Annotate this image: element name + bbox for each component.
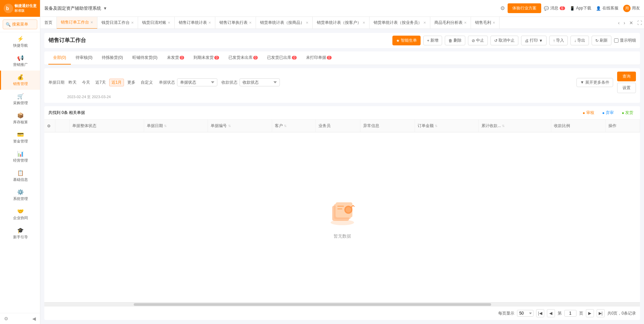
horizontal-scrollbar[interactable] [44, 302, 640, 306]
col-header-order-amount[interactable]: 订单金额 ⇅ [415, 120, 478, 132]
settings-bottom-icon[interactable]: ⚙ [4, 316, 8, 321]
tab-close-sales-order-stats[interactable]: ✕ [208, 21, 211, 25]
topbar-gear-icon[interactable]: ⚙ [500, 5, 505, 11]
sidebar-item-operations[interactable]: 📊经营管理 [0, 147, 40, 166]
industry-solution-button[interactable]: 体验行业方案 [508, 3, 541, 13]
sub-tab-pending-review[interactable]: 待审核(0) [71, 51, 97, 65]
date-opt-近1月[interactable]: 近1月 [109, 79, 124, 86]
refresh-button[interactable]: ↻ 刷新 [592, 36, 611, 45]
first-page-button[interactable]: |◀ [536, 309, 544, 317]
tab-close-sales-stats-customer[interactable]: ✕ [362, 21, 365, 25]
tab-close-sales-stats-product[interactable]: ✕ [306, 21, 308, 25]
show-detail-checkbox-label[interactable]: 显示明细 [614, 38, 636, 43]
page-number-input[interactable] [564, 310, 576, 317]
sidebar-item-quick-nav[interactable]: ⚡快捷导航 [0, 32, 40, 51]
col-header-accumulated-receipt[interactable]: 累计收款... ⇅ [479, 120, 551, 132]
tab-close-sales-order-workspace[interactable]: ✕ [90, 21, 93, 24]
query-button[interactable]: 查询 [617, 72, 636, 81]
sidebar-item-inventory[interactable]: 📦库存核算 [0, 109, 40, 128]
tab-close-sales-gross[interactable]: ✕ [492, 21, 495, 25]
tab-sales-order-workspace[interactable]: 销售订单工作台✕ [57, 17, 97, 29]
tab-home[interactable]: 首页 [40, 17, 57, 29]
set-button[interactable]: 设置 [617, 83, 636, 93]
tab-close-sales-stats-salesperson[interactable]: ✕ [423, 21, 426, 25]
tab-close-daily-cash[interactable]: ✕ [131, 21, 134, 25]
col-label-customer: 客户 [275, 123, 283, 128]
sidebar-item-basic-info[interactable]: 📋基础信息 [0, 166, 40, 186]
tab-label-sales-gross: 销售毛利 [475, 20, 491, 26]
svg-point-7 [346, 207, 351, 212]
sidebar-item-system[interactable]: ⚙️系统管理 [0, 186, 40, 205]
sub-tab-shipped-not-out[interactable]: 已发货未出库0 [224, 51, 263, 65]
sidebar-item-cooperation[interactable]: 🤝企业协同 [0, 205, 40, 224]
show-detail-checkbox[interactable] [614, 38, 618, 43]
tabs-close-all-button[interactable]: ✕ [627, 17, 635, 29]
revoke-button[interactable]: ● 弃审 [600, 109, 616, 117]
smart-generate-button[interactable]: ★ 智能生单 [392, 36, 421, 45]
export-button[interactable]: ↓ 导出 [570, 36, 589, 45]
date-opt-今天[interactable]: 今天 [80, 79, 92, 86]
status-select[interactable]: 单据状态 [177, 78, 217, 86]
tab-cash-goods[interactable]: 钱货日清对账✕ [138, 17, 175, 29]
sub-tab-overdue-not-shipped[interactable]: 到期未发货0 [189, 51, 224, 65]
tab-close-sales-order-exec[interactable]: ✕ [249, 21, 252, 25]
prev-page-button[interactable]: ◀ [547, 309, 555, 317]
sub-tab-pending-inspect[interactable]: 待拣验货(0) [97, 51, 128, 65]
sub-tab-not-printed[interactable]: 未打印单据0 [301, 51, 336, 65]
sub-tab-shipped-out[interactable]: 已发货已出库0 [262, 51, 301, 65]
col-header-customer[interactable]: 客户 ⇅ [272, 120, 316, 132]
sub-tab-label-wangpu-pending: 旺铺待发货 [132, 55, 153, 60]
sub-tab-not-shipped[interactable]: 未发货0 [162, 51, 189, 65]
search-menu-button[interactable]: 🔍 搜索菜单 [3, 19, 37, 29]
tab-sales-stats-product[interactable]: 销货单统计表（按商品）✕ [256, 17, 313, 29]
sidebar-item-sales[interactable]: 💰销售管理 [0, 71, 40, 90]
sidebar-item-marketing[interactable]: 📢营销推广 [0, 51, 40, 71]
topbar-dropdown-button[interactable]: ▼ [103, 6, 107, 11]
col-header-doc-date[interactable]: 单据日期 ⇅ [144, 120, 208, 132]
cancel-suspend-button[interactable]: ↺ 取消中止 [490, 36, 518, 45]
topbar-user[interactable]: 用 用友 [623, 5, 640, 12]
tab-sales-order-stats[interactable]: 销售订单统计表✕ [175, 17, 215, 29]
delete-button[interactable]: 🗑 删除 [445, 36, 465, 45]
sub-tab-wangpu-pending[interactable]: 旺铺待发货(0) [128, 51, 162, 65]
sidebar-item-finance[interactable]: 💳资金管理 [0, 128, 40, 147]
tab-sales-gross[interactable]: 销售毛利✕ [471, 17, 500, 29]
sub-tab-all[interactable]: 全部(0) [48, 51, 71, 65]
tabs-nav-next-button[interactable]: › [621, 17, 627, 29]
last-page-button[interactable]: ▶| [597, 309, 605, 317]
import-button[interactable]: ↑ 导入 [549, 36, 568, 45]
date-opt-自定义[interactable]: 自定义 [139, 79, 155, 86]
topbar-online-service[interactable]: 👤 在线客服 [596, 5, 618, 11]
tab-sales-order-exec[interactable]: 销售订单执行表✕ [215, 17, 256, 29]
add-button[interactable]: + 新增 [423, 36, 442, 45]
print-button[interactable]: 🖨 打印 ▼ [521, 36, 547, 45]
next-page-button[interactable]: ▶ [586, 309, 594, 317]
topbar-app-download[interactable]: 📱 App下载 [570, 5, 591, 11]
topbar-right: 💬 消息 6 📱 App下载 👤 在线客服 用 用友 [544, 5, 640, 12]
topbar-message[interactable]: 💬 消息 6 [544, 5, 565, 11]
date-opt-近7天[interactable]: 近7天 [93, 79, 108, 86]
scrollbar-thumb[interactable] [134, 303, 491, 306]
collapse-sidebar-icon[interactable]: ◀ [32, 316, 36, 321]
expand-filter-button[interactable]: ▼ 展开更多条件 [576, 78, 613, 87]
tabs-maximize-button[interactable]: ⛶ [635, 17, 644, 29]
date-opt-昨天[interactable]: 昨天 [67, 79, 79, 86]
page-size-select[interactable]: 102050100 [517, 310, 533, 317]
col-header-doc-no[interactable]: 单据编号 ⇅ [208, 120, 272, 132]
tab-close-goods-margin[interactable]: ✕ [464, 21, 467, 25]
tab-goods-margin[interactable]: 商品毛利分析表✕ [430, 17, 471, 29]
payment-select[interactable]: 收款状态 [240, 78, 280, 86]
sidebar-item-guide[interactable]: 🎓新手引导 [0, 224, 40, 243]
tab-sales-stats-salesperson[interactable]: 销货单统计表（按业务员）✕ [370, 17, 430, 29]
review-button[interactable]: ● 审核 [580, 109, 597, 117]
tab-daily-cash[interactable]: 钱货日清工作台✕ [97, 17, 138, 29]
tabs-nav-prev-button[interactable]: ‹ [616, 17, 622, 29]
date-opt-更多[interactable]: 更多 [125, 79, 137, 86]
tab-sales-stats-customer[interactable]: 销货单统计表（按客户）✕ [313, 17, 370, 29]
empty-text: 暂无数据 [334, 233, 351, 239]
ship-button[interactable]: ● 发货 [619, 109, 636, 117]
sidebar-item-purchase[interactable]: 🛒采购管理 [0, 90, 40, 109]
tab-close-cash-goods[interactable]: ✕ [168, 21, 170, 25]
sub-tab-label-all: 全部 [53, 55, 61, 60]
suspend-button[interactable]: ⊘ 中止 [468, 36, 488, 45]
